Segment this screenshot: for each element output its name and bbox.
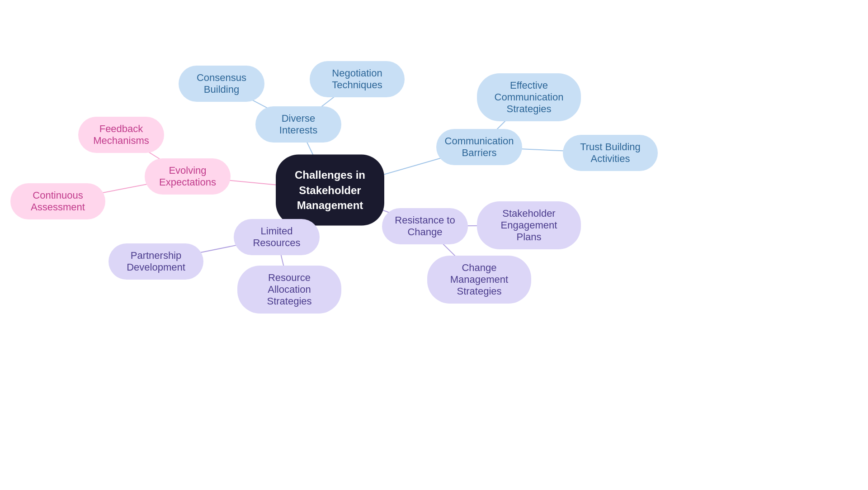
node-partnership-development[interactable]: Partnership Development [108,243,203,280]
node-diverse-interests[interactable]: Diverse Interests [255,106,341,143]
node-stakeholder-engagement[interactable]: Stakeholder Engagement Plans [477,201,581,249]
node-evolving-expectations[interactable]: Evolving Expectations [145,158,231,195]
node-change-management[interactable]: Change Management Strategies [427,256,531,304]
node-effective-communication[interactable]: Effective Communication Strategies [477,73,581,121]
node-feedback-mechanisms[interactable]: Feedback Mechanisms [78,117,164,153]
node-resistance-to-change[interactable]: Resistance to Change [382,208,468,244]
center-node[interactable]: Challenges in Stakeholder Management [276,155,384,226]
node-limited-resources[interactable]: Limited Resources [234,219,320,255]
mind-map-container: Challenges in Stakeholder ManagementDive… [0,0,868,490]
node-continuous-assessment[interactable]: Continuous Assessment [10,183,105,219]
node-communication-barriers[interactable]: Communication Barriers [436,129,522,165]
node-consensus-building[interactable]: Consensus Building [179,66,264,102]
node-trust-building[interactable]: Trust Building Activities [563,135,658,171]
node-negotiation-techniques[interactable]: Negotiation Techniques [310,61,405,97]
node-resource-allocation[interactable]: Resource Allocation Strategies [237,266,341,314]
